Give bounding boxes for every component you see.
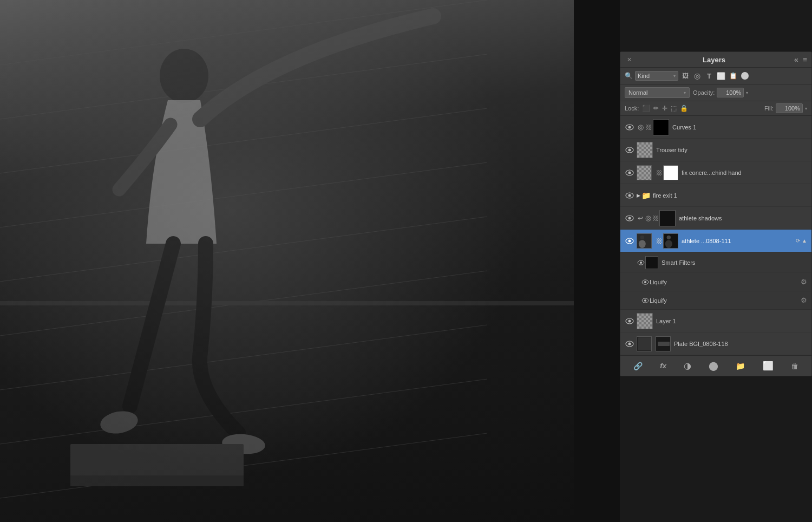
svg-point-22 [628, 194, 631, 197]
visibility-toggle[interactable] [625, 339, 634, 349]
add-mask-button[interactable]: ◑ [681, 359, 694, 373]
filter-options-icon[interactable]: ⚙ [801, 278, 807, 286]
type-filter-icon[interactable]: T [704, 71, 714, 81]
filter-options-icon-2[interactable]: ⚙ [801, 296, 807, 304]
opacity-arrow[interactable]: ▾ [746, 90, 748, 95]
wall-texture [0, 0, 574, 522]
chain-link-icon: ⛓ [656, 238, 662, 244]
fill-value[interactable]: 100% [776, 103, 803, 113]
link-layers-button[interactable]: 🔗 [631, 360, 645, 372]
visibility-toggle[interactable] [625, 168, 634, 178]
panel-close-button[interactable]: ✕ [625, 56, 634, 63]
layer-name: fix concre...ehind hand [682, 169, 807, 176]
svg-rect-44 [638, 337, 651, 350]
panel-title: Layers [703, 56, 725, 64]
svg-point-29 [639, 240, 646, 248]
layer-item[interactable]: ⛓ fix concre...ehind hand [620, 161, 811, 184]
layer-name: fire exit 1 [653, 192, 807, 199]
layer-name: Layer 1 [656, 318, 807, 324]
new-layer-button[interactable]: ⬜ [760, 359, 776, 373]
chain-icon: ⛓ [653, 215, 659, 221]
svg-point-26 [628, 239, 631, 242]
svg-point-31 [667, 235, 671, 239]
svg-point-20 [628, 171, 631, 174]
layer-item[interactable]: ◎ ⛓ Curves 1 [620, 116, 811, 139]
layer-item[interactable]: ⛓ athlete ...0808-111 ⟳ ▲ [620, 230, 811, 252]
lock-transparent-icon[interactable]: ⬛ [642, 105, 650, 112]
svg-point-34 [640, 261, 642, 263]
pixel-filter-icon[interactable]: 🖼 [680, 71, 690, 81]
lock-all-icon[interactable]: 🔒 [680, 105, 688, 112]
kind-filter-select[interactable]: Kind ▾ [635, 71, 678, 81]
layer-thumbnail [637, 142, 653, 158]
opacity-label: Opacity: [693, 89, 715, 96]
visibility-toggle[interactable] [641, 296, 650, 305]
lock-artboard-icon[interactable]: ⬚ [671, 105, 677, 112]
svg-rect-14 [70, 475, 244, 486]
kind-dropdown-arrow: ▾ [673, 74, 676, 79]
blend-mode-select[interactable]: Normal ▾ [625, 87, 690, 98]
layer-thumbnail [637, 336, 652, 351]
visibility-toggle[interactable] [625, 145, 634, 155]
lock-position-icon[interactable]: ✛ [662, 105, 667, 112]
layer-thumbnail [659, 210, 676, 226]
svg-line-0 [0, 0, 487, 65]
dark-strip [574, 0, 620, 522]
opacity-group: Opacity: 100% ▾ [693, 88, 748, 97]
expand-icon[interactable]: ▶ [637, 193, 640, 198]
delete-layer-button[interactable]: 🗑 [788, 360, 801, 372]
layers-panel: ✕ Layers « ≡ 🔍 Kind ▾ 🖼 ◎ T ⬜ 📋 Normal ▾ [620, 51, 812, 376]
blend-dropdown-arrow: ▾ [684, 90, 686, 95]
visibility-toggle[interactable] [641, 278, 650, 286]
fill-label: Fill: [764, 105, 774, 112]
group-layers-button[interactable]: 📁 [733, 360, 748, 372]
lock-image-icon[interactable]: ✏ [653, 105, 659, 112]
layer-item[interactable]: ▶ 📁 fire exit 1 [620, 184, 811, 207]
add-fx-button[interactable]: fx [657, 360, 669, 371]
visibility-toggle[interactable] [625, 316, 634, 326]
smart-filters-item[interactable]: Smart Filters [620, 252, 811, 273]
panel-collapse-button[interactable]: « [794, 55, 798, 64]
layer-name: Curves 1 [672, 124, 807, 130]
liquify-filter-name-2: Liquify [650, 297, 801, 304]
visibility-toggle[interactable] [625, 191, 634, 200]
lock-row: Lock: ⬛ ✏ ✛ ⬚ 🔒 Fill: 100% ▾ [620, 101, 811, 116]
liquify-filter-item-2[interactable]: Liquify ⚙ [620, 291, 811, 310]
layer-item[interactable]: Plate BGI_0808-118 [620, 332, 811, 355]
visibility-toggle[interactable] [637, 258, 645, 267]
layer-item[interactable]: Trouser tidy [620, 139, 811, 161]
layer-name: Plate BGI_0808-118 [674, 341, 807, 347]
layer-mask-thumbnail [663, 233, 678, 249]
layer-mask-thumbnail [663, 165, 678, 180]
liquify-filter-item[interactable]: Liquify ⚙ [620, 273, 811, 291]
fill-arrow[interactable]: ▾ [805, 106, 807, 111]
color-filter-circle[interactable] [740, 71, 750, 81]
fill-group: Fill: 100% ▾ [764, 103, 807, 113]
panel-menu-button[interactable]: ≡ [803, 55, 807, 64]
layer-name: athlete ...0808-111 [682, 238, 796, 244]
layer-item[interactable]: Layer 1 [620, 310, 811, 332]
layer-thumbnail [637, 233, 652, 249]
adjustment-filter-icon[interactable]: ◎ [692, 71, 702, 81]
svg-line-2 [0, 108, 487, 173]
visibility-toggle[interactable] [625, 122, 634, 132]
layer-tag: ⟳ ▲ [796, 238, 807, 244]
layer-name: Trouser tidy [656, 147, 807, 153]
collapse-layer-icon[interactable]: ▲ [802, 238, 807, 244]
layer-item[interactable]: ↩ ◎ ⛓ athlete shadows [620, 207, 811, 230]
smart-filter-icon[interactable]: 📋 [728, 71, 738, 81]
svg-point-28 [640, 235, 644, 239]
layer-thumbnails: ⛓ [637, 233, 682, 249]
layer-thumbnail [653, 119, 669, 135]
fx-icon: ◎ [638, 123, 644, 131]
opacity-value[interactable]: 100% [717, 88, 744, 97]
visibility-toggle[interactable] [625, 236, 634, 246]
layer-name: athlete shadows [679, 215, 807, 221]
layer-thumbnail [637, 313, 653, 329]
visibility-toggle[interactable] [625, 213, 634, 223]
svg-point-16 [628, 126, 631, 128]
circle-adj-icon: ◎ [645, 214, 651, 222]
shape-filter-icon[interactable]: ⬜ [716, 71, 726, 81]
add-adjustment-button[interactable]: ⬤ [706, 359, 721, 373]
layer-list: ◎ ⛓ Curves 1 Trouser tidy [620, 116, 811, 355]
